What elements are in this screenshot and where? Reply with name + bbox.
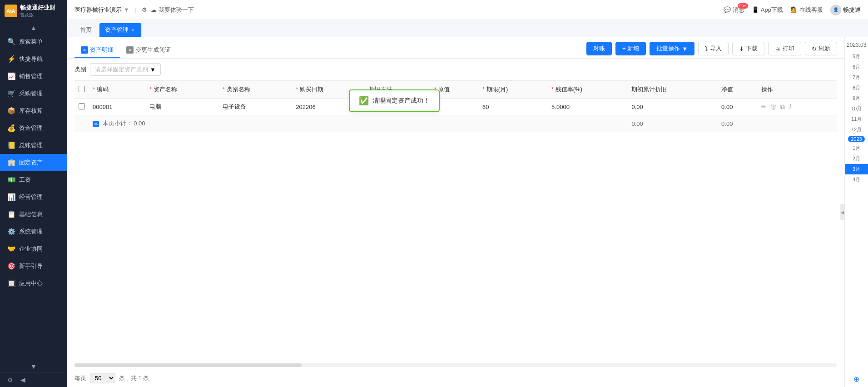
copy-icon[interactable]: ⧉ [780, 103, 785, 111]
batch-button[interactable]: 批量操作 ▼ [650, 42, 694, 55]
page-size-select[interactable]: 50 100 [90, 373, 115, 383]
sub-tab-asset-list[interactable]: ≡ 资产明细 [74, 43, 120, 58]
calendar-month-9[interactable]: 9月 [845, 93, 868, 104]
tab-asset-management[interactable]: 资产管理 × [99, 23, 142, 37]
row-period: 60 [479, 99, 548, 115]
subtotal-accumulated: 0.00 [628, 115, 718, 132]
sidebar-scroll-down[interactable]: ▼ [0, 361, 67, 372]
sub-tab-generate-voucher[interactable]: ≡ 变更生成凭证 [120, 43, 177, 58]
sidebar-item-sales[interactable]: 📈 销售管理 [0, 68, 67, 85]
refresh-button[interactable]: ↻ 刷新 [805, 42, 837, 55]
download-label: 下载 [746, 45, 758, 53]
user-menu[interactable]: 👤 畅捷通 [830, 5, 861, 15]
sidebar-item-label: 基础信息 [19, 210, 43, 218]
horizontal-scrollbar[interactable] [74, 363, 837, 367]
sidebar-item-search-menu[interactable]: 🔍 搜索菜单 [0, 33, 67, 50]
download-button[interactable]: ⬇ 下载 [732, 42, 764, 55]
row-code: 000001 [89, 99, 146, 115]
header-name: 资产名称 [146, 81, 219, 99]
sidebar-item-ledger[interactable]: 📒 总账管理 [0, 137, 67, 154]
calendar-year-2023: 2023 [848, 136, 864, 142]
sidebar-item-operations[interactable]: 📊 经营管理 [0, 189, 67, 206]
print-button[interactable]: 🖨 打印 [768, 42, 801, 55]
app-title-wrap: 畅捷通好业财 普及版 [20, 4, 55, 18]
calendar-month-12[interactable]: 12月 [845, 124, 868, 135]
subtotal-original-value: 0.00 [134, 120, 145, 127]
sidebar-item-payroll[interactable]: 💵 工资 [0, 171, 67, 189]
sidebar-item-inventory[interactable]: 📦 库存核算 [0, 102, 67, 119]
tab-active-label: 资产管理 [105, 26, 129, 34]
row-checkbox[interactable] [79, 103, 85, 109]
edit-icon[interactable]: ✏ [761, 103, 767, 110]
collapse-sidebar-icon[interactable]: ◀ [20, 376, 25, 383]
more-icon[interactable]: ⤴ [789, 103, 792, 110]
sidebar-item-purchase[interactable]: 🛒 采购管理 [0, 85, 67, 102]
header-residual-rate: 残值率(%) [548, 81, 628, 99]
subtotal-icon: 本 [93, 121, 99, 127]
settings-icon[interactable]: ⚙ [7, 376, 13, 383]
message-button[interactable]: 💬 消息 99+ [724, 6, 744, 14]
sidebar-item-basic-info[interactable]: 📋 基础信息 [0, 206, 67, 223]
filter-category-label: 类别 [74, 65, 86, 74]
reconcile-button[interactable]: 对账 [586, 42, 612, 55]
delete-icon[interactable]: 🗑 [770, 103, 777, 110]
ledger-icon: 📒 [7, 141, 15, 149]
subtotal-empty [74, 115, 89, 132]
success-toast: ✅ 清理固定资产成功！ [349, 89, 440, 112]
calendar-month-4[interactable]: 4月 [845, 174, 868, 185]
sidebar-scroll-up[interactable]: ▲ [0, 22, 67, 33]
calendar-month-8[interactable]: 8月 [845, 83, 868, 93]
payroll-icon: 💵 [7, 176, 15, 184]
scroll-thumb[interactable] [74, 363, 302, 367]
calendar-expand-icon[interactable]: ⊕ [852, 373, 861, 385]
header-code: 编码 [89, 81, 146, 99]
experience-button[interactable]: ☁ 我要体验一下 [151, 6, 194, 14]
online-service-button[interactable]: 💁 在线客服 [790, 6, 823, 14]
right-panel-toggle[interactable]: ◀ [840, 204, 845, 220]
calendar-month-5[interactable]: 5月 [845, 51, 868, 62]
row-residual-rate: 5.0000 [548, 99, 628, 115]
sidebar-header: AtA 畅捷通好业财 普及版 [0, 0, 67, 22]
refresh-icon: ↻ [812, 45, 817, 52]
app-download-button[interactable]: 📱 App下载 [752, 6, 783, 14]
calendar-month-11[interactable]: 11月 [845, 114, 868, 124]
sidebar-item-capital[interactable]: 💰 资金管理 [0, 119, 67, 137]
print-label: 打印 [783, 45, 794, 53]
category-select[interactable]: 请选择固定资产类别 ▼ [90, 63, 161, 76]
tab-home[interactable]: 首页 [74, 23, 97, 37]
calendar-month-6[interactable]: 6月 [845, 62, 868, 72]
new-button[interactable]: + 新增 [615, 42, 646, 55]
tab-home-label: 首页 [80, 26, 92, 33]
calendar-month-3[interactable]: 3月 [845, 164, 868, 174]
sidebar-item-system[interactable]: ⚙️ 系统管理 [0, 223, 67, 240]
select-all-checkbox[interactable] [79, 86, 85, 92]
calendar-month-10[interactable]: 10月 [845, 104, 868, 114]
company-selector[interactable]: 医疗器械行业演示 ▼ [74, 6, 129, 14]
calendar-month-1[interactable]: 1月 [845, 143, 868, 154]
sidebar-bottom: ⚙ ◀ [0, 372, 67, 387]
sidebar-item-quick-nav[interactable]: ⚡ 快捷导航 [0, 50, 67, 68]
sidebar-item-cooperation[interactable]: 🤝 企业协同 [0, 240, 67, 258]
settings-button[interactable]: ⚙ [142, 6, 147, 13]
sidebar-item-label: 系统管理 [19, 228, 43, 236]
calendar-month-7[interactable]: 7月 [845, 72, 868, 83]
sidebar-item-guide[interactable]: 🎯 新手引导 [0, 258, 67, 275]
message-icon: 💬 [724, 6, 731, 13]
calendar-month-2[interactable]: 2月 [845, 154, 868, 164]
header-actions: 操作 [758, 81, 837, 99]
tab-close-icon[interactable]: × [131, 27, 134, 33]
app-center-icon: 🔲 [7, 279, 15, 288]
service-icon: 💁 [790, 6, 798, 13]
batch-dropdown-icon: ▼ [682, 45, 688, 52]
sidebar-item-label: 新手引导 [19, 262, 43, 270]
import-icon: ⤵ [705, 45, 708, 52]
company-dropdown-icon: ▼ [124, 6, 129, 13]
topbar-right: 💬 消息 99+ 📱 App下载 💁 在线客服 👤 畅捷通 [724, 5, 861, 15]
app-version: 普及版 [20, 12, 55, 18]
sidebar-item-app-center[interactable]: 🔲 应用中心 [0, 275, 67, 292]
sales-icon: 📈 [7, 72, 15, 80]
sidebar-item-fixed-assets[interactable]: 🏢 固定资产 [0, 154, 67, 171]
subtotal-net: 0.00 [718, 115, 758, 132]
gear-icon: ⚙ [142, 6, 147, 13]
import-button[interactable]: ⤵ 导入 [698, 42, 729, 55]
